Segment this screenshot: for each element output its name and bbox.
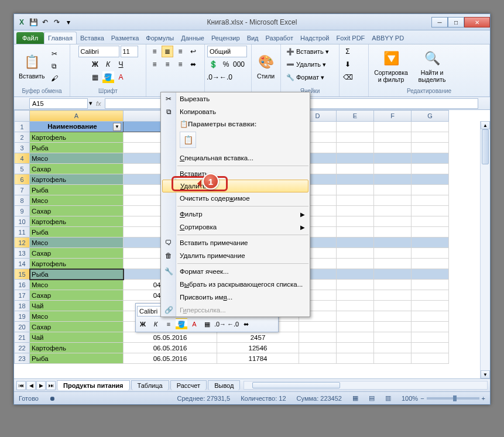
paste-button[interactable]: 📋 Вставить bbox=[16, 51, 47, 81]
cell-D22[interactable] bbox=[299, 343, 337, 353]
cell-F23[interactable] bbox=[374, 353, 412, 364]
minimize-button[interactable]: ─ bbox=[431, 17, 448, 27]
row-header-19[interactable]: 19 bbox=[15, 311, 30, 322]
cell-G19[interactable] bbox=[412, 311, 449, 322]
tab-developer[interactable]: Разработ bbox=[262, 32, 297, 44]
col-header-G[interactable]: G bbox=[412, 111, 449, 122]
row-header-16[interactable]: 16 bbox=[15, 280, 30, 290]
cells-format-button[interactable]: 🔧Формат▾ bbox=[283, 71, 327, 83]
cell-A14[interactable]: Картофель bbox=[30, 259, 124, 269]
cell-A1[interactable]: Наименование▼ bbox=[30, 122, 124, 132]
cell-A12[interactable]: Мясо bbox=[30, 238, 124, 248]
cell-E15[interactable] bbox=[337, 269, 374, 280]
row-header-23[interactable]: 23 bbox=[15, 353, 30, 364]
tab-review[interactable]: Рецензир bbox=[208, 32, 244, 44]
font-size-combo[interactable]: 11 bbox=[121, 46, 138, 57]
row-header-3[interactable]: 3 bbox=[15, 143, 30, 153]
cut-icon[interactable]: ✂ bbox=[49, 48, 60, 60]
cell-F14[interactable] bbox=[374, 259, 412, 269]
redo-icon[interactable]: ↷ bbox=[52, 17, 62, 27]
save-icon[interactable]: 💾 bbox=[28, 17, 39, 27]
cell-C21[interactable]: 2457 bbox=[217, 332, 299, 343]
cell-G1[interactable] bbox=[412, 122, 449, 132]
tab-foxit[interactable]: Foxit PDF bbox=[332, 32, 368, 44]
cell-A18[interactable]: Чай bbox=[30, 301, 124, 311]
tab-abbyy[interactable]: ABBYY PD bbox=[368, 32, 407, 44]
cell-A4[interactable]: Мясо bbox=[30, 153, 124, 164]
cell-E16[interactable] bbox=[337, 280, 374, 290]
cell-F10[interactable] bbox=[374, 216, 412, 227]
mini-merge-icon[interactable]: ⬌ bbox=[240, 318, 252, 330]
cell-A23[interactable]: Рыба bbox=[30, 353, 124, 364]
cell-G21[interactable] bbox=[412, 332, 449, 343]
row-header-18[interactable]: 18 bbox=[15, 301, 30, 311]
col-header-A[interactable]: A bbox=[30, 111, 124, 122]
sheet-tab-output[interactable]: Вывод bbox=[208, 380, 240, 390]
sheet-tab-table[interactable]: Таблица bbox=[131, 380, 169, 390]
row-header-22[interactable]: 22 bbox=[15, 343, 30, 353]
row-header-12[interactable]: 12 bbox=[15, 238, 30, 248]
cell-A10[interactable]: Картофель bbox=[30, 216, 124, 227]
zoom-out-icon[interactable]: − bbox=[420, 395, 424, 402]
ctx-pick-from-list[interactable]: Выбрать из раскрывающегося списка... bbox=[161, 278, 310, 291]
fx-icon[interactable]: fx bbox=[96, 100, 101, 107]
border-button[interactable]: ▦ bbox=[90, 71, 101, 83]
sheet-nav-first-icon[interactable]: ⏮ bbox=[16, 381, 26, 390]
align-top-icon[interactable]: ≡ bbox=[149, 46, 160, 57]
zoom-control[interactable]: 100% − + bbox=[402, 395, 485, 402]
cell-D21[interactable] bbox=[299, 332, 337, 343]
tab-formulas[interactable]: Формулы bbox=[142, 32, 177, 44]
mini-align-icon[interactable]: ≡ bbox=[163, 318, 174, 330]
zoom-in-icon[interactable]: + bbox=[482, 395, 485, 402]
cell-G23[interactable] bbox=[412, 353, 449, 364]
cell-E13[interactable] bbox=[337, 248, 374, 259]
cell-F7[interactable] bbox=[374, 185, 412, 195]
sheet-nav-next-icon[interactable]: ▶ bbox=[36, 381, 46, 390]
dec-decimal-icon[interactable]: ←.0 bbox=[220, 71, 232, 83]
cell-G13[interactable] bbox=[412, 248, 449, 259]
cell-G6[interactable] bbox=[412, 174, 449, 185]
cell-E14[interactable] bbox=[337, 259, 374, 269]
ctx-insert-comment[interactable]: 🗨Вставить примечание bbox=[161, 236, 310, 249]
namebox-dropdown-icon[interactable]: ▾ bbox=[89, 99, 92, 107]
cell-F15[interactable] bbox=[374, 269, 412, 280]
cell-G11[interactable] bbox=[412, 227, 449, 238]
zoom-slider[interactable] bbox=[427, 397, 479, 400]
cell-E20[interactable] bbox=[337, 322, 374, 332]
row-header-1[interactable]: 1 bbox=[15, 122, 30, 132]
row-header-9[interactable]: 9 bbox=[15, 206, 30, 216]
cell-G14[interactable] bbox=[412, 259, 449, 269]
cell-E3[interactable] bbox=[337, 143, 374, 153]
ctx-delete[interactable]: Удалить... bbox=[162, 180, 308, 192]
qat-dropdown-icon[interactable]: ▾ bbox=[63, 17, 74, 27]
merge-icon[interactable]: ⬌ bbox=[187, 59, 199, 70]
filter-dropdown-icon[interactable]: ▼ bbox=[113, 123, 121, 131]
cell-A21[interactable]: Чай bbox=[30, 332, 124, 343]
percent-icon[interactable]: % bbox=[220, 59, 232, 70]
mini-italic-icon[interactable]: К bbox=[150, 318, 162, 330]
cell-E6[interactable] bbox=[337, 174, 374, 185]
tab-layout[interactable]: Разметка bbox=[108, 32, 143, 44]
cell-E5[interactable] bbox=[337, 164, 374, 174]
mini-bold-icon[interactable]: Ж bbox=[137, 318, 149, 330]
paste-option-default[interactable]: 📋 bbox=[180, 132, 196, 148]
cell-G18[interactable] bbox=[412, 301, 449, 311]
cell-E1[interactable] bbox=[337, 122, 374, 132]
row-header-21[interactable]: 21 bbox=[15, 332, 30, 343]
cell-A5[interactable]: Сахар bbox=[30, 164, 124, 174]
mini-border-icon[interactable]: ▦ bbox=[201, 318, 213, 330]
row-header-10[interactable]: 10 bbox=[15, 216, 30, 227]
cell-A2[interactable]: Картофель bbox=[30, 132, 124, 143]
cell-E11[interactable] bbox=[337, 227, 374, 238]
undo-icon[interactable]: ↶ bbox=[40, 17, 50, 27]
mini-inc-dec-icon[interactable]: .0→ bbox=[214, 318, 226, 330]
currency-icon[interactable]: 💲 bbox=[207, 59, 219, 70]
cell-G16[interactable] bbox=[412, 280, 449, 290]
horizontal-scrollbar[interactable] bbox=[244, 381, 488, 390]
wrap-icon[interactable]: ↩ bbox=[187, 46, 199, 57]
cell-E12[interactable] bbox=[337, 238, 374, 248]
row-header-4[interactable]: 4 bbox=[15, 153, 30, 164]
cell-F1[interactable] bbox=[374, 122, 412, 132]
cell-F21[interactable] bbox=[374, 332, 412, 343]
view-layout-icon[interactable]: ▤ bbox=[369, 394, 375, 402]
